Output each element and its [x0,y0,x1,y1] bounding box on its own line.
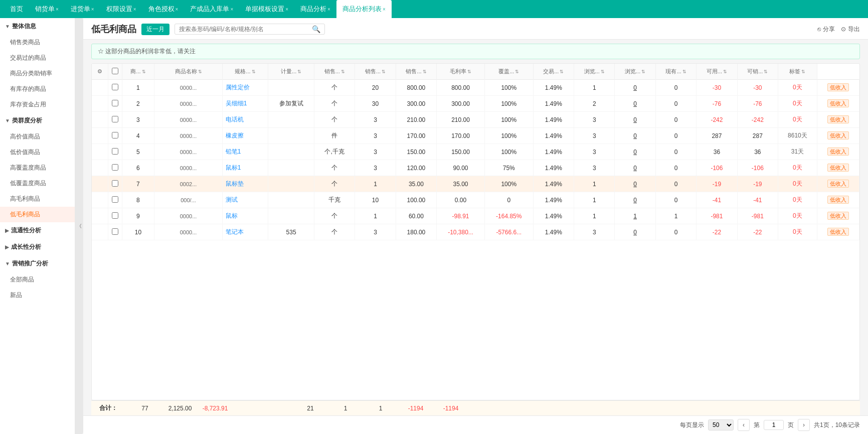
select-all-checkbox[interactable] [112,68,118,74]
row-name[interactable]: 铅笔1 [222,144,268,160]
col-coverage[interactable]: 覆盖...⇅ [484,64,533,80]
sidebar-item-all-goods[interactable]: 全部商品 [0,272,75,287]
row-view1[interactable]: 0 [615,128,655,144]
col-sales-gross[interactable]: 销售...⇅ [396,64,436,80]
sidebar-group-overall[interactable]: ▼ 整体信息 [0,18,75,35]
filter-recent-month-button[interactable]: 近一月 [141,24,169,35]
sidebar-item-category-rate[interactable]: 商品分类助销率 [0,66,75,81]
export-button[interactable]: ⊙ 导出 [841,25,860,34]
col-view2[interactable]: 浏览...⇅ [615,64,655,80]
col-settings[interactable]: ⚙ [92,64,108,80]
nav-role[interactable]: 角色授权× [142,0,185,18]
col-tag[interactable]: 标签⇅ [778,64,817,80]
row-select-checkbox[interactable] [112,116,118,122]
sidebar-group-growth[interactable]: ▶ 成长性分析 [0,239,75,255]
sidebar-item-high-coverage[interactable]: 高覆盖度商品 [0,160,75,176]
nav-template[interactable]: 单据模板设置× [239,0,294,18]
page-number-input[interactable] [764,420,784,430]
row-checkbox[interactable] [108,96,122,112]
row-checkbox[interactable] [108,144,122,160]
col-saleable[interactable]: 可销...⇅ [737,64,778,80]
col-sales-qty[interactable]: 销售...⇅ [314,64,355,80]
row-checkbox[interactable] [108,128,122,144]
row-view1[interactable]: 1 [615,208,655,224]
row-select-checkbox[interactable] [112,228,118,235]
sidebar-collapse-button[interactable]: 《 [75,18,83,434]
row-select-checkbox[interactable] [112,196,118,203]
sidebar-item-low-margin[interactable]: 低毛利商品 [0,207,75,222]
row-checkbox[interactable] [108,176,122,192]
col-current-stock[interactable]: 现有...⇅ [655,64,696,80]
row-checkbox[interactable] [108,80,122,96]
nav-permission[interactable]: 权限设置× [100,0,142,18]
col-sales-price[interactable]: 销售...⇅ [355,64,396,80]
sidebar-group-circulation[interactable]: ▶ 流通性分析 [0,222,75,239]
col-code[interactable]: 商...⇅ [122,64,154,80]
sidebar-item-low-value[interactable]: 低价值商品 [0,144,75,160]
row-view1[interactable]: 0 [615,96,655,112]
sidebar-group-marketing[interactable]: ▼ 营销推广分析 [0,255,75,272]
search-icon[interactable]: 🔍 [312,25,320,33]
sidebar-item-stocked-goods[interactable]: 有库存的商品 [0,81,75,97]
sidebar-item-high-margin[interactable]: 高毛利商品 [0,191,75,207]
sidebar-item-stock-capital[interactable]: 库存资金占用 [0,97,75,112]
row-view1[interactable]: 0 [615,176,655,192]
row-select-checkbox[interactable] [112,164,118,171]
per-page-select[interactable]: 50 100 200 [708,419,734,430]
row-name[interactable]: 鼠标 [222,208,268,224]
row-select-checkbox[interactable] [112,180,118,187]
col-checkbox[interactable] [108,64,122,80]
nav-sales[interactable]: 销货单× [29,0,65,18]
sidebar-item-sales-goods[interactable]: 销售类商品 [0,35,75,50]
next-page-button[interactable]: › [798,419,810,431]
row-name[interactable]: 吴细细1 [222,96,268,112]
row-name[interactable]: 橡皮擦 [222,128,268,144]
nav-home[interactable]: 首页 [4,0,29,18]
row-checkbox[interactable] [108,160,122,176]
row-checkbox[interactable] [108,208,122,224]
nav-close-product-entry[interactable]: × [230,7,233,12]
nav-purchase[interactable]: 进货单× [65,0,100,18]
sidebar-item-low-coverage[interactable]: 低覆盖度商品 [0,176,75,191]
nav-close-role[interactable]: × [176,7,179,12]
col-trade[interactable]: 交易...⇅ [533,64,574,80]
row-view1[interactable]: 0 [615,80,655,96]
row-view1[interactable]: 0 [615,192,655,208]
row-view1[interactable]: 0 [615,224,655,240]
share-button[interactable]: ⎋ 分享 [817,25,835,34]
row-checkbox[interactable] [108,224,122,240]
row-select-checkbox[interactable] [112,212,118,219]
row-name[interactable]: 测试 [222,192,268,208]
row-select-checkbox[interactable] [112,100,118,106]
nav-analysis-list[interactable]: 商品分析列表× [336,0,392,18]
col-view1[interactable]: 浏览...⇅ [574,64,615,80]
col-available[interactable]: 可用...⇅ [697,64,737,80]
prev-page-button[interactable]: ‹ [738,419,750,431]
row-name[interactable]: 鼠标1 [222,160,268,176]
nav-close-purchase[interactable]: × [91,7,94,12]
sidebar-item-new-goods[interactable]: 新品 [0,287,75,303]
col-name[interactable]: 商品名称⇅ [154,64,222,80]
row-select-checkbox[interactable] [112,148,118,155]
sidebar-item-traded-goods[interactable]: 交易过的商品 [0,50,75,66]
row-view1[interactable]: 0 [615,112,655,128]
nav-close-template[interactable]: × [285,7,288,12]
row-select-checkbox[interactable] [112,84,118,90]
col-gross-rate[interactable]: 毛利率⇅ [437,64,485,80]
row-name[interactable]: 电话机 [222,112,268,128]
nav-product-entry[interactable]: 产成品入库单× [184,0,239,18]
col-spec[interactable]: 规格...⇅ [222,64,268,80]
search-input[interactable] [179,26,312,33]
row-checkbox[interactable] [108,112,122,128]
row-name[interactable]: 鼠标垫 [222,176,268,192]
nav-close-sales[interactable]: × [56,7,59,12]
row-view1[interactable]: 0 [615,144,655,160]
col-unit[interactable]: 计量...⇅ [268,64,314,80]
row-checkbox[interactable] [108,192,122,208]
row-select-checkbox[interactable] [112,132,118,138]
row-name[interactable]: 笔记本 [222,224,268,240]
nav-analysis[interactable]: 商品分析× [294,0,336,18]
sidebar-group-cluster[interactable]: ▼ 类群度分析 [0,112,75,129]
row-view1[interactable]: 0 [615,160,655,176]
nav-close-permission[interactable]: × [133,7,136,12]
